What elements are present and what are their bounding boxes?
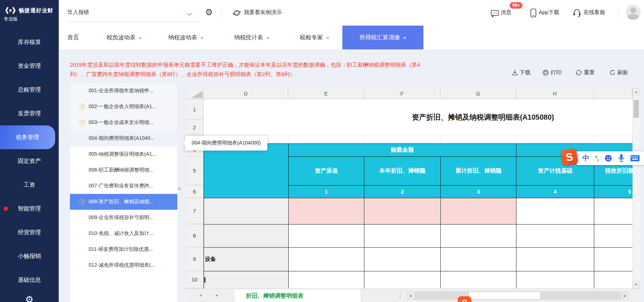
messages-icon[interactable] [490,9,499,19]
column-number-cell[interactable]: 2 [364,186,441,198]
scroll-down-icon[interactable]: ▼ [633,281,640,288]
sidebar-item-fixed-assets[interactable]: 固定资产 [0,149,59,173]
scroll-left-icon[interactable]: ◂ [407,291,414,300]
import-error-dropdown[interactable]: 导入报错 [67,9,89,16]
sidebar-item-payroll[interactable]: 工资 [0,173,59,197]
data-cell[interactable] [364,248,441,271]
header-cell-current-depreciation[interactable]: 本年折旧、摊销额 [364,157,441,186]
sidebar-item-funds[interactable]: 资金管理 [0,54,59,78]
data-cell[interactable] [594,225,632,248]
row-number[interactable]: 8 [186,224,204,247]
data-cell[interactable] [289,225,364,248]
vertical-scrollbar[interactable]: ▲ ▼ [632,88,640,288]
form-item-011[interactable]: 011-研发费用加计扣除优惠... [70,241,177,257]
chevron-down-icon[interactable] [187,11,192,17]
headset-icon[interactable] [573,8,581,19]
form-item-002[interactable]: ?002-一般企业收入明细表(A1... [70,99,177,115]
sheet-tab-depreciation[interactable]: 折旧、摊销调整明细表 [235,290,360,302]
form-item-004[interactable]: 004-期间费用明细表(A1040... [70,130,177,146]
prev-sheet-icon[interactable]: ◂ [199,292,202,298]
form-item-008[interactable]: ?008-资产折旧、摊销及纳税... [70,194,177,210]
sidebar-item-ledger[interactable]: 总账管理 [0,78,59,102]
vertical-scroll-thumb[interactable] [634,100,639,118]
scroll-up-icon[interactable]: ▲ [633,88,640,96]
collapse-panel-icon[interactable]: « [178,185,181,192]
data-cell[interactable] [364,225,441,248]
avatar[interactable] [626,5,641,20]
column-header-h[interactable]: H [516,88,594,99]
online-support-link[interactable]: 在线客服 [583,9,605,16]
form-item-003[interactable]: ?003-一般企业成本支出明细... [70,115,177,130]
data-cell-pink[interactable] [289,198,364,225]
data-cell[interactable] [594,198,632,225]
tab-tax-statistics[interactable]: 纳税统计表× [234,26,270,49]
phrase-icon[interactable]: °, [595,155,599,162]
data-cell[interactable] [441,271,516,288]
close-icon[interactable]: × [403,35,407,41]
form-item-006[interactable]: 006-职工薪酬纳税调整明细... [70,162,177,178]
column-number-cell[interactable]: 4 [516,186,594,198]
help-icon[interactable]: ? [79,120,85,125]
data-cell[interactable] [516,198,594,225]
data-cell[interactable] [289,248,364,271]
form-item-001[interactable]: 001-企业所得税年度纳税申... [70,83,177,99]
sogou-logo-icon[interactable]: S [560,148,578,166]
sidebar-settings-icon[interactable]: ⚙ [0,294,59,302]
tab-tax-payment-fluctuation[interactable]: 纳税波动表× [168,26,204,49]
horizontal-scrollbar[interactable]: ◂ ▸ [407,291,629,300]
form-item-012[interactable]: 012-减免所得税优惠明细表(... [70,257,177,273]
scroll-right-icon[interactable]: ▸ [621,291,629,300]
phone-icon[interactable] [529,8,537,19]
row-label-cell[interactable] [204,198,289,225]
sidebar-item-tax[interactable]: 税务管理 [0,125,55,149]
group-header-cell[interactable]: 账载金额 [289,144,516,157]
row-number[interactable]: 2 [186,120,204,135]
print-button[interactable]: 打印 [542,69,561,76]
data-cell[interactable] [594,248,632,271]
close-icon[interactable]: × [139,35,142,41]
column-header-f[interactable]: F [364,88,440,99]
sidebar-item-basic-info[interactable]: 基础信息 [0,268,59,292]
sogou-mini-logo-icon[interactable]: S [458,296,471,302]
data-cell-pink[interactable] [364,198,441,225]
app-download-link[interactable]: App下载 [539,9,559,16]
row-label-cell-equipment[interactable]: 设备 [204,248,289,271]
ime-language-toggle[interactable]: 中 [582,154,589,163]
column-header-partial[interactable] [594,88,632,99]
messages-link[interactable]: 消息 [501,9,511,16]
data-cell[interactable] [516,271,594,288]
close-icon[interactable]: × [200,35,204,41]
row-number[interactable]: 5 [186,156,204,185]
data-cell-pink[interactable] [441,198,516,225]
row-number[interactable]: 1 [186,99,204,120]
row-number[interactable]: 7 [186,198,204,224]
tab-tax-burden-fluctuation[interactable]: 税负波动表× [107,26,142,49]
row-number[interactable]: 6 [186,185,204,198]
download-button[interactable]: 下载 [512,69,530,76]
column-header-g[interactable]: G [440,88,516,99]
header-cell-asset-original-value[interactable]: 资产原值 [289,157,364,186]
column-number-cell[interactable]: 3 [441,186,516,198]
reset-button[interactable]: 重置 [576,69,595,76]
header-cell-accumulated-depreciation[interactable]: 累计折旧、摊销额 [441,157,516,186]
microphone-icon[interactable] [618,154,625,163]
sidebar-item-smart-mgmt[interactable]: 智能管理 [0,197,59,221]
tab-home[interactable]: 首页 [67,26,79,49]
data-cell[interactable] [594,271,632,288]
sidebar-item-invoice[interactable]: 发票管理 [0,102,59,125]
form-item-009[interactable]: 009-企业所得税弥补亏损明... [70,210,177,226]
row-number[interactable]: 9 [186,247,204,271]
data-cell[interactable] [364,271,441,288]
row-number[interactable]: 10 [186,271,204,288]
next-sheet-icon[interactable]: ▸ [216,292,218,298]
close-icon[interactable]: × [266,35,270,41]
form-item-007[interactable]: 007-广告费和业务宣传费跨... [70,178,177,194]
column-header-e[interactable]: E [288,88,364,99]
tab-income-tax-settlement[interactable]: 所得税汇算清缴× [342,26,423,49]
column-number-cell[interactable]: 5 [594,186,632,198]
row-label-cell[interactable] [204,225,289,248]
data-cell[interactable] [441,248,516,271]
refresh-button[interactable]: 刷新 [609,69,628,76]
form-item-005[interactable]: 005-纳税调整项目明细表(A1... [70,146,177,162]
horizontal-scroll-thumb[interactable] [468,292,541,299]
